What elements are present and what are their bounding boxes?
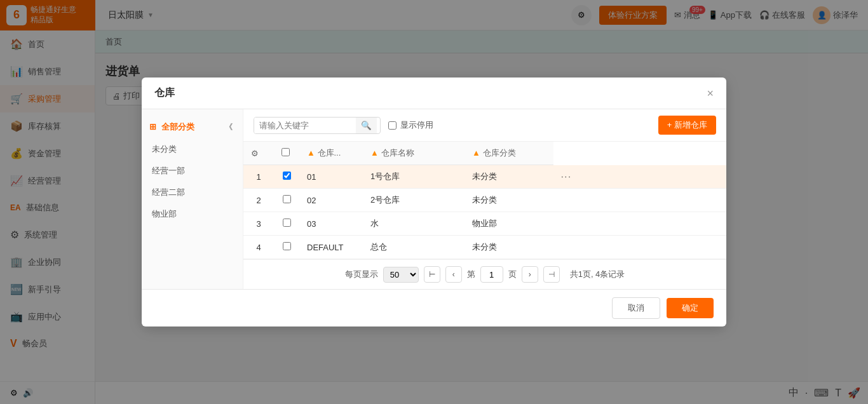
row-id: 01: [299, 165, 363, 189]
category-item-op1[interactable]: 经营一部: [142, 160, 243, 182]
row-num: 1: [243, 165, 274, 189]
col-header-check: [274, 142, 299, 165]
category-item-property[interactable]: 物业部: [142, 203, 243, 225]
row-cat: 未分类: [465, 236, 553, 259]
warehouse-table: ⚙ ▲ 仓库... ▲: [243, 142, 726, 259]
table-row[interactable]: 4 DEFAULT 总仓 未分类: [243, 236, 726, 259]
next-page-button[interactable]: ›: [522, 266, 538, 283]
select-all-checkbox[interactable]: [281, 148, 290, 156]
prev-page-button[interactable]: ‹: [445, 266, 462, 283]
row-cat: 物业部: [465, 212, 553, 236]
col-header-gear: ⚙: [243, 142, 274, 165]
show-disabled-checkbox[interactable]: [388, 121, 397, 130]
row-name: 总仓: [363, 236, 465, 259]
table-row[interactable]: 1 01 1号仓库 未分类 ···: [243, 165, 726, 189]
row-checkbox[interactable]: [274, 236, 299, 259]
modal-search-bar: 🔍 显示停用 + 新增仓库: [243, 109, 726, 142]
category-item-op2[interactable]: 经营二部: [142, 182, 243, 203]
col-header-name: ▲ 仓库名称: [363, 142, 465, 165]
col-header-id: ▲ 仓库...: [299, 142, 363, 165]
row-cat: 未分类: [465, 189, 553, 212]
row-checkbox[interactable]: [274, 212, 299, 236]
modal-main-area: 🔍 显示停用 + 新增仓库 ⚙: [243, 109, 726, 289]
page-input[interactable]: [480, 266, 503, 283]
per-page-label: 每页显示: [345, 269, 378, 280]
search-input-wrap: 🔍: [254, 117, 381, 134]
first-page-button[interactable]: ⊢: [424, 266, 440, 283]
row-actions: ···: [553, 165, 726, 189]
search-button[interactable]: 🔍: [356, 118, 377, 133]
row-name: 水: [363, 212, 465, 236]
warehouse-modal: 仓库 × ⊞ 全部分类 《 未分类 经营一部 经营二部 物业部: [142, 77, 726, 327]
row-num: 3: [243, 212, 274, 236]
modal-close-button[interactable]: ×: [707, 88, 714, 99]
row-num: 2: [243, 189, 274, 212]
row-name: 2号仓库: [363, 189, 465, 212]
modal-overlay: 仓库 × ⊞ 全部分类 《 未分类 经营一部 经营二部 物业部: [0, 0, 868, 404]
pagination-bar: 每页显示 50 10 20 100 ⊢ ‹ 第 页 › ⊣ 共1页, 4条记录: [243, 259, 726, 289]
col-header-cat: ▲ 仓库分类: [465, 142, 553, 165]
modal-title: 仓库: [154, 86, 175, 100]
table-wrap: ⚙ ▲ 仓库... ▲: [243, 142, 726, 259]
confirm-button[interactable]: 确定: [667, 298, 714, 318]
row-checkbox[interactable]: [274, 165, 299, 189]
cancel-button[interactable]: 取消: [612, 297, 660, 319]
per-page-select[interactable]: 50 10 20 100: [383, 267, 419, 283]
show-disabled-wrap: 显示停用: [388, 119, 433, 131]
row-checkbox[interactable]: [274, 189, 299, 212]
row-name: 1号仓库: [363, 165, 465, 189]
category-item-uncat[interactable]: 未分类: [142, 138, 243, 160]
row-id: DEFAULT: [299, 236, 363, 259]
page-label: 第: [467, 269, 475, 280]
row-id: 03: [299, 212, 363, 236]
search-input[interactable]: [254, 118, 356, 133]
row-cat: 未分类: [465, 165, 553, 189]
row-id: 02: [299, 189, 363, 212]
table-row[interactable]: 2 02 2号仓库 未分类: [243, 189, 726, 212]
modal-footer: 取消 确定: [142, 289, 726, 327]
modal-category-sidebar: ⊞ 全部分类 《 未分类 经营一部 经营二部 物业部: [142, 109, 243, 289]
last-page-button[interactable]: ⊣: [543, 266, 560, 283]
category-all-header[interactable]: ⊞ 全部分类 《: [142, 116, 243, 138]
total-info: 共1页, 4条记录: [570, 269, 625, 280]
table-row[interactable]: 3 03 水 物业部: [243, 212, 726, 236]
modal-body: ⊞ 全部分类 《 未分类 经营一部 经营二部 物业部 🔍: [142, 109, 726, 289]
row-num: 4: [243, 236, 274, 259]
all-category-label: ⊞ 全部分类: [149, 121, 194, 133]
modal-header: 仓库 ×: [142, 77, 726, 109]
category-collapse-button[interactable]: 《: [222, 121, 235, 133]
add-warehouse-button[interactable]: + 新增仓库: [658, 116, 716, 135]
show-disabled-label: 显示停用: [400, 119, 433, 131]
page-suffix: 页: [508, 269, 517, 280]
